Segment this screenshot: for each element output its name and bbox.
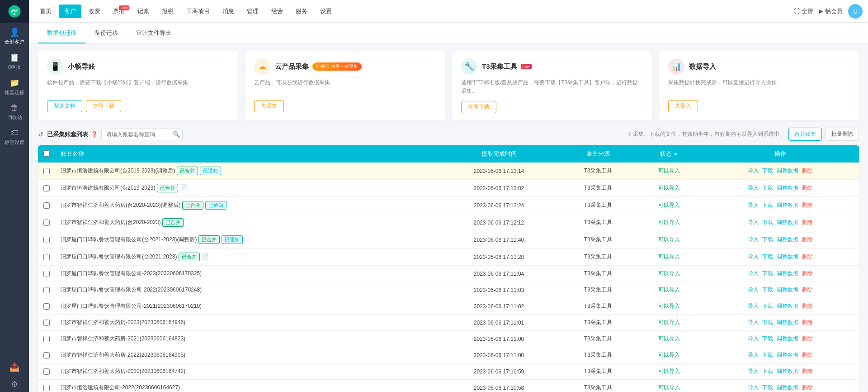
action-删除[interactable]: 删除 xyxy=(802,270,813,277)
action-导入[interactable]: 导入 xyxy=(748,368,759,375)
action-调整数据[interactable]: 调整数据 xyxy=(777,384,798,392)
sidebar-item-zero-declare[interactable]: 📋 0申报 xyxy=(0,48,29,73)
sidebar-item-all-clients[interactable]: 👤 全部客户 xyxy=(0,23,29,48)
action-下载[interactable]: 下载 xyxy=(762,253,773,261)
help-doc-btn[interactable]: 帮助文档 xyxy=(47,100,82,112)
action-删除[interactable]: 删除 xyxy=(802,253,813,261)
action-下载[interactable]: 下载 xyxy=(762,201,773,209)
merge-account-btn[interactable]: 合并账套 xyxy=(788,128,822,141)
action-导入[interactable]: 导入 xyxy=(748,167,759,175)
nav-tax[interactable]: 报税 xyxy=(156,5,179,18)
action-删除[interactable]: 删除 xyxy=(802,384,813,392)
action-删除[interactable]: 删除 xyxy=(802,219,813,226)
row-checkbox[interactable] xyxy=(43,185,50,191)
action-删除[interactable]: 删除 xyxy=(802,201,813,209)
action-导入[interactable]: 导入 xyxy=(748,201,759,209)
go-import-btn[interactable]: 去导入 xyxy=(668,100,698,112)
nav-operation[interactable]: 经营 xyxy=(266,5,288,18)
batch-delete-btn[interactable]: 批量删除 xyxy=(826,128,859,141)
action-调整数据[interactable]: 调整数据 xyxy=(777,335,798,343)
nav-home[interactable]: 首页 xyxy=(34,5,57,18)
action-下载[interactable]: 下载 xyxy=(762,351,773,359)
sidebar-item-tag-settings[interactable]: 🏷 标签设置 xyxy=(0,124,29,148)
member-btn[interactable]: ▶ 畅会员 xyxy=(819,7,843,15)
action-调整数据[interactable]: 调整数据 xyxy=(777,302,798,310)
action-删除[interactable]: 删除 xyxy=(802,335,813,343)
fullscreen-btn[interactable]: ⛶ 全屏 xyxy=(794,7,813,15)
app-logo[interactable] xyxy=(0,0,29,23)
sidebar-item-settings[interactable]: ⚙ xyxy=(0,375,29,392)
action-下载[interactable]: 下载 xyxy=(762,184,773,192)
action-导入[interactable]: 导入 xyxy=(748,335,759,343)
action-下载[interactable]: 下载 xyxy=(762,384,773,392)
action-导入[interactable]: 导入 xyxy=(748,319,759,326)
action-调整数据[interactable]: 调整数据 xyxy=(777,319,798,326)
row-checkbox[interactable] xyxy=(43,271,50,277)
action-导入[interactable]: 导入 xyxy=(748,286,759,294)
nav-service[interactable]: 服务 xyxy=(290,5,313,18)
action-导入[interactable]: 导入 xyxy=(748,236,759,244)
nav-message[interactable]: 消息 xyxy=(217,5,240,18)
go-collect-btn[interactable]: 去采集 xyxy=(254,100,284,112)
row-checkbox[interactable] xyxy=(43,385,50,391)
nav-business[interactable]: 工商项目 xyxy=(181,5,215,18)
action-删除[interactable]: 删除 xyxy=(802,368,813,375)
list-help-icon[interactable]: ❓ xyxy=(91,131,98,138)
row-checkbox[interactable] xyxy=(43,287,50,293)
row-checkbox[interactable] xyxy=(43,303,50,310)
action-下载[interactable]: 下载 xyxy=(762,270,773,277)
action-删除[interactable]: 删除 xyxy=(802,167,813,175)
download-now-btn[interactable]: 立即下载 xyxy=(86,100,121,112)
tab-data-migration[interactable]: 数据包迁移 xyxy=(38,23,85,43)
action-删除[interactable]: 删除 xyxy=(802,351,813,359)
action-调整数据[interactable]: 调整数据 xyxy=(777,219,798,226)
nav-client[interactable]: 客户 xyxy=(59,5,81,18)
action-调整数据[interactable]: 调整数据 xyxy=(777,236,798,244)
search-icon[interactable]: 🔍 xyxy=(173,131,180,138)
action-删除[interactable]: 删除 xyxy=(802,236,813,244)
nav-settings[interactable]: 设置 xyxy=(315,5,337,18)
nav-manage[interactable]: 管理 xyxy=(241,5,264,18)
row-checkbox[interactable] xyxy=(43,352,50,359)
action-下载[interactable]: 下载 xyxy=(762,368,773,375)
account-search-input[interactable] xyxy=(101,129,183,140)
action-删除[interactable]: 删除 xyxy=(802,286,813,294)
action-调整数据[interactable]: 调整数据 xyxy=(777,270,798,277)
action-下载[interactable]: 下载 xyxy=(762,219,773,226)
row-checkbox[interactable] xyxy=(43,168,50,174)
action-导入[interactable]: 导入 xyxy=(748,270,759,277)
nav-bookkeeping[interactable]: 记账 xyxy=(132,5,155,18)
action-下载[interactable]: 下载 xyxy=(762,167,773,175)
action-导入[interactable]: 导入 xyxy=(748,302,759,310)
action-调整数据[interactable]: 调整数据 xyxy=(777,286,798,294)
action-下载[interactable]: 下载 xyxy=(762,286,773,294)
sidebar-item-download[interactable]: 📥 xyxy=(0,358,29,375)
row-checkbox[interactable] xyxy=(43,254,50,260)
row-checkbox[interactable] xyxy=(43,368,50,375)
action-下载[interactable]: 下载 xyxy=(762,335,773,343)
action-导入[interactable]: 导入 xyxy=(748,219,759,226)
nav-fee[interactable]: 收费 xyxy=(83,5,106,18)
tab-backup-migration[interactable]: 备份迁移 xyxy=(85,23,127,43)
action-调整数据[interactable]: 调整数据 xyxy=(777,351,798,359)
row-checkbox[interactable] xyxy=(43,220,50,226)
action-导入[interactable]: 导入 xyxy=(748,384,759,392)
action-调整数据[interactable]: 调整数据 xyxy=(777,201,798,209)
action-调整数据[interactable]: 调整数据 xyxy=(777,167,798,175)
select-all-checkbox[interactable] xyxy=(43,150,50,157)
nav-invoice[interactable]: 票据 new xyxy=(108,5,130,18)
action-导入[interactable]: 导入 xyxy=(748,184,759,192)
action-导入[interactable]: 导入 xyxy=(748,253,759,261)
action-删除[interactable]: 删除 xyxy=(802,302,813,310)
action-导入[interactable]: 导入 xyxy=(748,351,759,359)
t3-download-btn[interactable]: 立即下载 xyxy=(461,101,496,113)
user-avatar[interactable]: U xyxy=(848,4,863,19)
row-checkbox[interactable] xyxy=(43,202,50,209)
sidebar-item-trash[interactable]: 🗑 回收站 xyxy=(0,99,29,124)
action-调整数据[interactable]: 调整数据 xyxy=(777,253,798,261)
action-下载[interactable]: 下载 xyxy=(762,302,773,310)
refresh-icon[interactable]: ↺ xyxy=(38,131,43,138)
action-删除[interactable]: 删除 xyxy=(802,184,813,192)
action-下载[interactable]: 下载 xyxy=(762,319,773,326)
sidebar-item-account-migrate[interactable]: 📁 账套迁移 xyxy=(0,73,29,99)
